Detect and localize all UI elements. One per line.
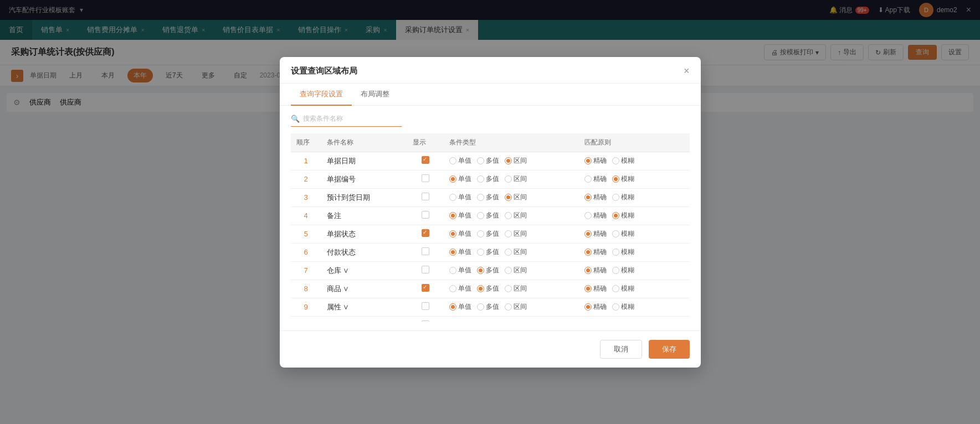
match-radio-exact[interactable] bbox=[584, 194, 592, 201]
display-checkbox[interactable] bbox=[422, 174, 429, 182]
match-radio-fuzzy[interactable] bbox=[612, 212, 619, 219]
match-radio-exact[interactable] bbox=[584, 157, 592, 164]
cell-match: 精确模糊 bbox=[579, 261, 689, 280]
match-radio-fuzzy[interactable] bbox=[612, 194, 619, 201]
type-radio-range[interactable] bbox=[505, 175, 512, 183]
type-radio-single[interactable] bbox=[449, 212, 456, 219]
type-radio-multi[interactable] bbox=[477, 285, 484, 292]
display-checkbox[interactable] bbox=[422, 156, 429, 164]
cell-name: 有无商品图片 bbox=[321, 316, 407, 322]
cell-order: 4 bbox=[291, 206, 321, 225]
match-radio-fuzzy[interactable] bbox=[612, 249, 619, 256]
search-input[interactable] bbox=[303, 115, 392, 122]
cell-display bbox=[407, 280, 444, 298]
save-btn[interactable]: 保存 bbox=[649, 340, 690, 359]
type-radio-range[interactable] bbox=[505, 249, 512, 256]
display-checkbox[interactable] bbox=[422, 193, 429, 200]
display-checkbox[interactable] bbox=[422, 247, 429, 255]
cell-name: 付款状态 bbox=[321, 243, 407, 261]
type-radio-single[interactable] bbox=[449, 303, 456, 311]
type-radio-multi[interactable] bbox=[477, 175, 484, 183]
type-radio-range[interactable] bbox=[505, 212, 512, 219]
table-row: 3预计到货日期单值多值区间精确模糊 bbox=[291, 188, 690, 206]
cell-order: 8 bbox=[291, 280, 321, 298]
cell-display bbox=[407, 188, 444, 206]
cell-match: 精确模糊 bbox=[579, 298, 689, 316]
type-radio-single[interactable] bbox=[449, 285, 456, 292]
settings-dialog: 设置查询区域布局 × 查询字段设置 布局调整 🔍 bbox=[280, 57, 701, 368]
display-checkbox[interactable] bbox=[422, 302, 429, 310]
type-radio-multi[interactable] bbox=[477, 212, 484, 219]
cell-match: 精确模糊 bbox=[579, 316, 689, 322]
th-type: 条件类型 bbox=[444, 133, 579, 152]
tab-query-fields[interactable]: 查询字段设置 bbox=[291, 84, 352, 106]
match-radio-exact[interactable] bbox=[584, 212, 592, 219]
type-radio-single[interactable] bbox=[449, 230, 456, 237]
cell-name: 单据编号 bbox=[321, 170, 407, 188]
cell-match: 精确模糊 bbox=[579, 206, 689, 225]
table-row: 9属性 ∨单值多值区间精确模糊 bbox=[291, 298, 690, 316]
cell-type: 单值多值区间 bbox=[444, 206, 579, 225]
table-body: 1单据日期单值多值区间精确模糊2单据编号单值多值区间精确模糊3预计到货日期单值多… bbox=[291, 152, 690, 322]
cell-match: 精确模糊 bbox=[579, 243, 689, 261]
type-radio-multi[interactable] bbox=[477, 230, 484, 237]
type-radio-multi[interactable] bbox=[477, 157, 484, 164]
match-radio-exact[interactable] bbox=[584, 230, 592, 237]
type-radio-range[interactable] bbox=[505, 285, 512, 292]
match-radio-fuzzy[interactable] bbox=[612, 285, 619, 292]
match-radio-fuzzy[interactable] bbox=[612, 157, 619, 164]
display-checkbox[interactable] bbox=[422, 211, 429, 219]
cell-type: 单值多值区间 bbox=[444, 261, 579, 280]
display-checkbox[interactable] bbox=[422, 266, 429, 273]
cell-name: 商品 ∨ bbox=[321, 280, 407, 298]
type-radio-multi[interactable] bbox=[477, 267, 484, 274]
cell-order: 2 bbox=[291, 170, 321, 188]
cell-match: 精确模糊 bbox=[579, 188, 689, 206]
table-row: 4备注单值多值区间精确模糊 bbox=[291, 206, 690, 225]
th-display: 显示 bbox=[407, 133, 444, 152]
match-radio-fuzzy[interactable] bbox=[612, 303, 619, 311]
type-radio-range[interactable] bbox=[505, 303, 512, 311]
type-radio-single[interactable] bbox=[449, 267, 456, 274]
table-row: 5单据状态单值多值区间精确模糊 bbox=[291, 225, 690, 243]
cell-order: 9 bbox=[291, 298, 321, 316]
type-radio-multi[interactable] bbox=[477, 249, 484, 256]
search-icon: 🔍 bbox=[291, 115, 300, 123]
dialog-close-btn[interactable]: × bbox=[684, 66, 690, 76]
match-radio-fuzzy[interactable] bbox=[612, 175, 619, 183]
match-radio-exact[interactable] bbox=[584, 267, 592, 274]
table-row: 10有无商品图片单值多值区间精确模糊 bbox=[291, 316, 690, 322]
type-radio-multi[interactable] bbox=[477, 194, 484, 201]
match-radio-exact[interactable] bbox=[584, 175, 592, 183]
cell-type: 单值多值区间 bbox=[444, 316, 579, 322]
type-radio-single[interactable] bbox=[449, 175, 456, 183]
type-radio-single[interactable] bbox=[449, 157, 456, 164]
match-radio-fuzzy[interactable] bbox=[612, 267, 619, 274]
match-radio-fuzzy[interactable] bbox=[612, 230, 619, 237]
match-radio-exact[interactable] bbox=[584, 249, 592, 256]
display-checkbox[interactable] bbox=[422, 284, 429, 292]
cancel-btn[interactable]: 取消 bbox=[600, 340, 642, 359]
type-radio-range[interactable] bbox=[505, 267, 512, 274]
match-radio-exact[interactable] bbox=[584, 303, 592, 311]
cell-order: 6 bbox=[291, 243, 321, 261]
table-row: 1单据日期单值多值区间精确模糊 bbox=[291, 152, 690, 170]
cell-name: 属性 ∨ bbox=[321, 298, 407, 316]
type-radio-range[interactable] bbox=[505, 157, 512, 164]
cell-order: 3 bbox=[291, 188, 321, 206]
cell-display bbox=[407, 225, 444, 243]
modal-overlay: 设置查询区域布局 × 查询字段设置 布局调整 🔍 bbox=[0, 0, 980, 424]
type-radio-single[interactable] bbox=[449, 194, 456, 201]
tab-layout[interactable]: 布局调整 bbox=[352, 84, 398, 106]
match-radio-exact[interactable] bbox=[584, 285, 592, 292]
search-bar: 🔍 bbox=[291, 115, 402, 127]
cell-match: 精确模糊 bbox=[579, 225, 689, 243]
type-radio-range[interactable] bbox=[505, 194, 512, 201]
type-radio-single[interactable] bbox=[449, 249, 456, 256]
dialog-footer: 取消 保存 bbox=[280, 330, 701, 368]
type-radio-multi[interactable] bbox=[477, 303, 484, 311]
display-checkbox[interactable] bbox=[422, 320, 429, 322]
cell-display bbox=[407, 261, 444, 280]
type-radio-range[interactable] bbox=[505, 230, 512, 237]
display-checkbox[interactable] bbox=[422, 229, 429, 237]
